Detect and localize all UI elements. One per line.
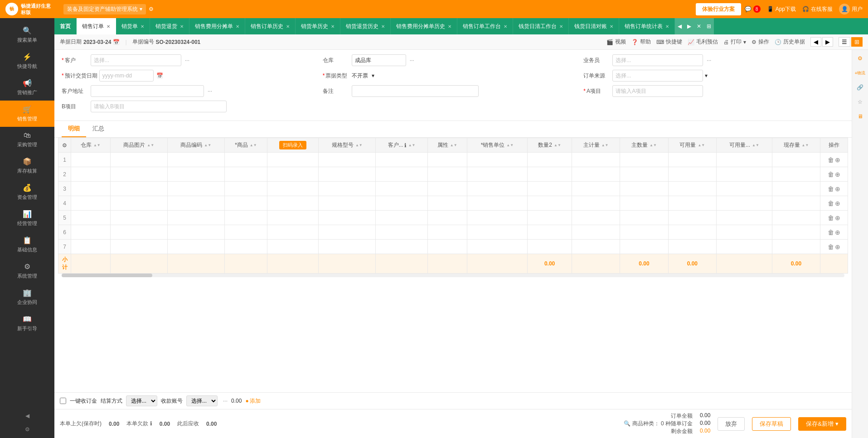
row-1-customer[interactable]	[376, 153, 428, 167]
row-3-available2[interactable]	[717, 182, 772, 196]
row-4-spec[interactable]	[319, 196, 376, 211]
help-btn[interactable]: ❓ 帮助	[631, 38, 651, 46]
sidebar-item-search[interactable]: 🔍 搜索菜单	[0, 22, 54, 48]
discard-button[interactable]: 放弃	[718, 417, 745, 431]
tab-close-cash-workbench[interactable]: ✕	[559, 24, 563, 29]
row-7-main-qty[interactable]	[620, 240, 668, 254]
tab-close-expense-history[interactable]: ✕	[448, 24, 451, 29]
row-7-unit[interactable]	[467, 240, 528, 254]
link-panel-btn[interactable]: 🔗	[853, 81, 867, 94]
sidebar-item-inventory[interactable]: 📦 库存核算	[0, 153, 54, 179]
row-2-product[interactable]	[224, 167, 267, 182]
row-1-delete-btn[interactable]: 🗑	[828, 156, 834, 164]
row-5-warehouse[interactable]	[71, 211, 111, 225]
sort-product-icon[interactable]: ▲▼	[250, 144, 257, 147]
row-1-code[interactable]	[167, 153, 224, 167]
warehouse-input[interactable]	[352, 54, 406, 66]
row-5-main-unit[interactable]	[572, 211, 620, 225]
row-7-qty2[interactable]	[528, 240, 572, 254]
view-btn[interactable]: 🎬 视频	[606, 38, 626, 46]
row-4-warehouse[interactable]	[71, 196, 111, 211]
app-download-item[interactable]: 📱 App下载	[767, 5, 796, 13]
row-6-product[interactable]	[224, 225, 267, 240]
form-view-btn[interactable]: ⊞	[851, 37, 863, 47]
row-3-qty2[interactable]	[528, 182, 572, 196]
row-5-current[interactable]	[772, 211, 820, 225]
row-7-product[interactable]	[224, 240, 267, 254]
scan-btn[interactable]: 扫码录入	[279, 141, 306, 149]
row-5-spec[interactable]	[319, 211, 376, 225]
tab-close-sales-stats[interactable]: ✕	[665, 24, 669, 29]
row-7-customer[interactable]	[376, 240, 428, 254]
row-4-current[interactable]	[772, 196, 820, 211]
row-4-copy-btn[interactable]: ⊕	[835, 200, 840, 207]
tab-expand-btn[interactable]: ⊞	[704, 18, 714, 34]
tab-prev-btn[interactable]: ◀	[675, 18, 684, 34]
tab-close-sales-order[interactable]: ✕	[107, 24, 110, 29]
customer-address-input[interactable]	[91, 85, 204, 97]
row-1-main-qty[interactable]	[620, 153, 668, 167]
sidebar-item-management[interactable]: 📊 经营管理	[0, 205, 54, 231]
notification-item[interactable]: 💬 8	[745, 5, 761, 13]
tab-close-invoice-history[interactable]: ✕	[331, 24, 335, 29]
row-6-code[interactable]	[167, 225, 224, 240]
tab-close-sales-invoice[interactable]: ✕	[141, 24, 144, 29]
row-6-copy-btn[interactable]: ⊕	[835, 229, 840, 236]
address-more-btn[interactable]: ···	[208, 88, 212, 94]
row-7-code[interactable]	[167, 240, 224, 254]
row-4-qty2[interactable]	[528, 196, 572, 211]
row-6-unit[interactable]	[467, 225, 528, 240]
tab-close-cash-reconcile[interactable]: ✕	[610, 24, 613, 29]
tab-return[interactable]: 销货退货 ✕	[150, 18, 189, 34]
row-1-unit[interactable]	[467, 153, 528, 167]
expected-date-input[interactable]	[99, 70, 154, 82]
sidebar-collapse-button[interactable]: ◀	[0, 409, 54, 423]
tab-close-order-workbench[interactable]: ✕	[504, 24, 507, 29]
save-new-button[interactable]: 保存&新增 ▾	[798, 417, 846, 431]
tab-cash-reconcile[interactable]: 钱货日清对账 ✕	[569, 18, 619, 34]
row-4-attr[interactable]	[427, 196, 467, 211]
row-4-code[interactable]	[167, 196, 224, 211]
row-4-main-unit[interactable]	[572, 196, 620, 211]
tab-order-workbench[interactable]: 销售订单工作台 ✕	[457, 18, 513, 34]
tab-next-btn[interactable]: ▶	[684, 18, 694, 34]
row-5-qty2[interactable]	[528, 211, 572, 225]
sidebar-settings-button[interactable]: ⚙	[23, 424, 32, 434]
row-6-available2[interactable]	[717, 225, 772, 240]
customer-input[interactable]	[91, 54, 181, 66]
b-project-input[interactable]	[91, 101, 227, 112]
row-7-current[interactable]	[772, 240, 820, 254]
customer-more-btn[interactable]: ···	[185, 57, 189, 63]
row-3-product[interactable]	[224, 182, 267, 196]
row-3-copy-btn[interactable]: ⊕	[835, 185, 840, 193]
row-6-spec[interactable]	[319, 225, 376, 240]
row-1-qty2[interactable]	[528, 153, 572, 167]
row-4-main-qty[interactable]	[620, 196, 668, 211]
tab-close-return[interactable]: ✕	[180, 24, 184, 29]
receipt-account-select[interactable]: 选择...	[186, 395, 218, 406]
row-2-attr[interactable]	[427, 167, 467, 182]
row-5-unit[interactable]	[467, 211, 528, 225]
one-click-checkbox[interactable]	[60, 398, 66, 404]
tab-cash-workbench[interactable]: 钱货日清工作台 ✕	[513, 18, 569, 34]
row-4-unit[interactable]	[467, 196, 528, 211]
salesperson-more-btn[interactable]: ···	[707, 57, 711, 63]
row-6-attr[interactable]	[427, 225, 467, 240]
date-picker-icon[interactable]: 📅	[156, 72, 163, 79]
sort-unit-icon[interactable]: ▲▼	[506, 144, 514, 147]
online-support-item[interactable]: 🎧 在线客服	[802, 5, 833, 13]
tab-expense-split[interactable]: 销售费用分摊单 ✕	[189, 18, 245, 34]
row-1-attr[interactable]	[427, 153, 467, 167]
row-5-delete-btn[interactable]: 🗑	[828, 214, 834, 221]
row-6-available[interactable]	[668, 225, 716, 240]
print-btn[interactable]: 🖨 打印 ▾	[723, 38, 746, 46]
row-2-available[interactable]	[668, 167, 716, 182]
row-2-delete-btn[interactable]: 🗑	[828, 171, 834, 178]
sort-warehouse-icon[interactable]: ▲▼	[93, 144, 101, 147]
row-1-product[interactable]	[224, 153, 267, 167]
tab-sales-order[interactable]: 销售订单 ✕	[77, 18, 116, 34]
row-2-available2[interactable]	[717, 167, 772, 182]
invoice-type-dropdown-icon[interactable]: ▾	[372, 72, 374, 79]
row-3-main-unit[interactable]	[572, 182, 620, 196]
row-2-code[interactable]	[167, 167, 224, 182]
